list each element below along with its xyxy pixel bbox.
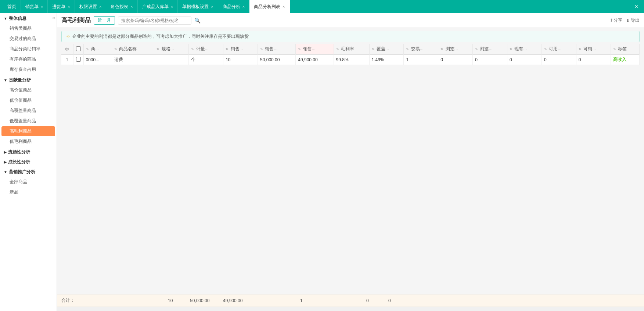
cell-salesqty-1: 10 (223, 55, 258, 65)
footer-sales-amt: 50,000.00 (188, 298, 221, 303)
sidebar-collapse-button[interactable]: « (52, 15, 55, 21)
nav-tab-analysis[interactable]: 商品分析 × (218, 0, 249, 13)
sidebar-item-traded-goods[interactable]: 交易过的商品 (1, 34, 55, 44)
sidebar-item-high-value[interactable]: 高价值商品 (1, 85, 55, 95)
col-trade-header[interactable]: ⇅ 交易... (404, 44, 438, 55)
top-navigation: 首页 销货单 × 进货单 × 权限设置 × 角色授权 × 产成品入库单 × 单据… (0, 0, 644, 13)
footer-sales-profit: 49,900.00 (221, 298, 254, 303)
sidebar-group-marketing[interactable]: ▼ 营销推广分析 (0, 167, 57, 177)
close-analysis-list-tab[interactable]: × (283, 4, 285, 9)
footer-current-stock: 0 (364, 298, 386, 303)
sort-icon-marginrate: ⇅ (336, 47, 339, 51)
cell-coverage-1: 1.49% (369, 55, 404, 65)
sidebar: « ▼ 整体信息 销售类商品 交易过的商品 商品分类助销率 有库存的商品 库存资… (0, 13, 57, 311)
sidebar-item-low-value[interactable]: 低价值商品 (1, 95, 55, 105)
horizontal-scrollbar[interactable] (57, 307, 644, 311)
sidebar-item-low-margin[interactable]: 低毛利商品 (1, 137, 55, 147)
row-checkbox-1[interactable] (76, 57, 81, 62)
col-view1-header[interactable]: ⇅ 浏览... (438, 44, 473, 55)
col-unit-header[interactable]: ⇅ 计量... (189, 44, 223, 55)
sidebar-group-growth[interactable]: ▶ 成长性分析 (0, 157, 57, 167)
col-checkbox (73, 44, 83, 55)
sidebar-group-overall[interactable]: ▼ 整体信息 (0, 13, 57, 23)
sidebar-item-low-coverage[interactable]: 低覆盖量商品 (1, 116, 55, 126)
col-salesprofit-header[interactable]: ⇅ 销售... (296, 44, 334, 55)
table-header-row: ⚙ ⇅ 商... ⇅ 商品名称 ⇅ (61, 44, 640, 55)
sort-icon-tag: ⇅ (613, 47, 616, 51)
nav-tab-inventory[interactable]: 产成品入库单 × (138, 0, 178, 13)
sidebar-item-sales-goods[interactable]: 销售类商品 (1, 23, 55, 33)
share-button[interactable]: ⤴ 分享 (610, 17, 622, 23)
footer-available: 0 (386, 298, 408, 303)
page-title: 高毛利商品 (61, 17, 91, 24)
col-marginrate-header[interactable]: ⇅ 毛利率 (334, 44, 369, 55)
nav-tab-permissions[interactable]: 权限设置 × (75, 0, 106, 13)
col-name-header[interactable]: ⇅ 商品名称 (112, 44, 154, 55)
col-salesamt-header[interactable]: ⇅ 销售... (258, 44, 296, 55)
sort-icon-saleable: ⇅ (579, 47, 582, 51)
search-button[interactable]: 🔍 (194, 18, 201, 23)
cell-spec-1 (154, 55, 189, 65)
nav-tab-sales[interactable]: 销货单 × (21, 0, 48, 13)
cell-tag-1: 高收入 (611, 55, 639, 65)
col-tag-header[interactable]: ⇅ 标签 (611, 44, 639, 55)
col-saleable-header[interactable]: ⇅ 可销... (576, 44, 611, 55)
cell-salesamt-1: 50,000.00 (258, 55, 296, 65)
close-analysis-tab[interactable]: × (242, 4, 245, 9)
close-inventory-tab[interactable]: × (171, 4, 173, 9)
footer-trade: 1 (298, 298, 320, 303)
sort-icon-sku: ⇅ (86, 47, 89, 51)
window-close-button[interactable]: × (632, 3, 641, 10)
footer-margin-spacer (254, 298, 276, 303)
expand-arrow-contribution: ▼ (4, 78, 7, 82)
data-table: ⚙ ⇅ 商... ⇅ 商品名称 ⇅ (61, 44, 640, 65)
filter-recent-month-button[interactable]: 近一月 (94, 16, 115, 25)
col-sku-header[interactable]: ⇅ 商... (83, 44, 112, 55)
footer-view2 (342, 298, 364, 303)
nav-tab-template[interactable]: 单据模板设置 × (178, 0, 218, 13)
info-banner: ✧ 企业的主要的利润都是这部分商品创造的，可考虑加大推广，同时关注库存是不要出现… (61, 31, 640, 42)
col-currentstock-header[interactable]: ⇅ 现有... (507, 44, 542, 55)
cell-checkbox-1[interactable] (73, 55, 83, 65)
nav-tab-role[interactable]: 角色授权 × (106, 0, 137, 13)
cell-unit-1: 个 (189, 55, 223, 65)
close-permissions-tab[interactable]: × (99, 4, 101, 9)
sort-icon-trade: ⇅ (406, 47, 409, 51)
export-button[interactable]: ⬇ 导出 (626, 17, 640, 23)
col-available-header[interactable]: ⇅ 可用... (542, 44, 576, 55)
close-role-tab[interactable]: × (130, 4, 133, 9)
col-spec-header[interactable]: ⇅ 规格... (154, 44, 189, 55)
search-input[interactable] (118, 17, 191, 25)
sort-icon-coverage: ⇅ (372, 47, 375, 51)
footer-sales-qty: 10 (166, 298, 188, 303)
sidebar-item-new-goods[interactable]: 新品 (1, 187, 55, 197)
close-purchase-tab[interactable]: × (68, 4, 70, 9)
header-actions: ⤴ 分享 ⬇ 导出 (610, 17, 640, 23)
table-row: 1 0000... 运费 个 10 50,000.00 49,900.00 99… (61, 55, 640, 65)
sidebar-group-contribution[interactable]: ▼ 贡献量分析 (0, 75, 57, 85)
sidebar-item-high-coverage[interactable]: 高覆盖量商品 (1, 106, 55, 116)
cell-sku-1: 0000... (83, 55, 112, 65)
cell-view1-1[interactable]: 0 (438, 55, 473, 65)
sidebar-item-all-goods[interactable]: 全部商品 (1, 177, 55, 187)
sidebar-group-flow[interactable]: ▶ 流趋性分析 (0, 147, 57, 157)
nav-tab-purchase[interactable]: 进货单 × (48, 0, 75, 13)
cell-salesprofit-1: 49,900.00 (296, 55, 334, 65)
cell-view2-1: 0 (473, 55, 507, 65)
col-settings[interactable]: ⚙ (61, 44, 73, 55)
sidebar-item-category-rate[interactable]: 商品分类助销率 (1, 44, 55, 54)
nav-tab-home[interactable]: 首页 (3, 0, 21, 13)
col-salesqty-header[interactable]: ⇅ 销售... (223, 44, 258, 55)
sidebar-item-stock-goods[interactable]: 有库存的商品 (1, 54, 55, 64)
sidebar-item-high-margin[interactable]: 高毛利商品 (1, 126, 55, 136)
col-view2-header[interactable]: ⇅ 浏览... (473, 44, 507, 55)
info-icon: ✧ (66, 34, 70, 39)
col-coverage-header[interactable]: ⇅ 覆盖... (369, 44, 404, 55)
footer-totals-bar: 合计： 10 50,000.00 49,900.00 1 0 0 (57, 294, 644, 307)
select-all-checkbox[interactable] (76, 46, 81, 51)
close-template-tab[interactable]: × (211, 4, 213, 9)
nav-tab-analysis-list[interactable]: 商品分析列表 × (249, 0, 289, 13)
footer-cells: 10 50,000.00 49,900.00 1 0 0 (78, 298, 640, 303)
sidebar-item-stock-fund[interactable]: 库存资金占用 (1, 65, 55, 75)
close-sales-tab[interactable]: × (41, 4, 43, 9)
